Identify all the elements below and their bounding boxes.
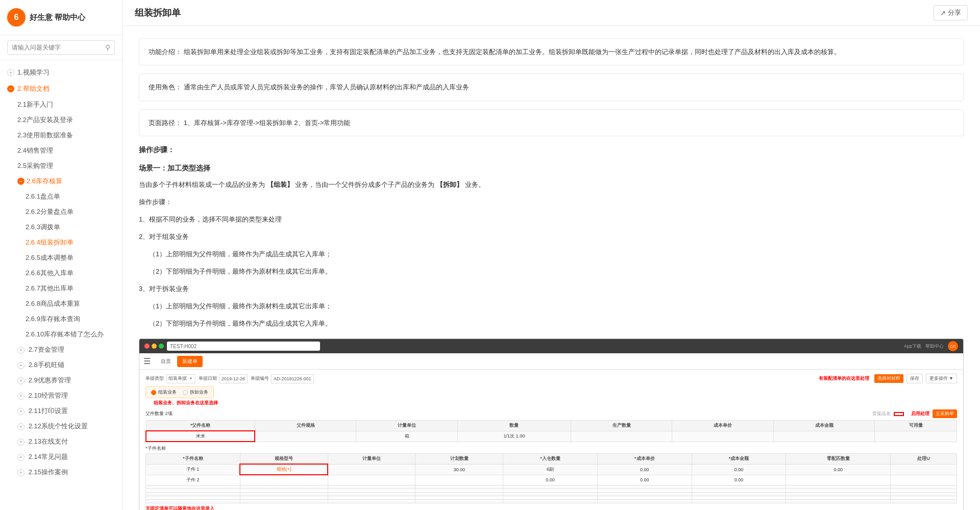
step2-1: （1）上部明细为父件明细，最终作为产成品生成其它入库单； bbox=[139, 248, 964, 261]
ss-confirm-btn[interactable]: 立采购单 bbox=[933, 409, 957, 418]
sidebar-item-install[interactable]: 2.2产品安装及登录 bbox=[0, 112, 122, 128]
ss-annotation-4: 无固定清单可以随意地在这里录入 bbox=[145, 505, 214, 510]
ss-field-type: 单据类型 组装单据 ▼ bbox=[145, 374, 195, 383]
ss-parent-label: 父件数量 2项 bbox=[145, 410, 173, 417]
ss-appstore-link: App下载 bbox=[904, 343, 921, 350]
logo-icon: 6 bbox=[7, 8, 26, 27]
sidebar-item-docs[interactable]: − 2.帮助文档 bbox=[0, 81, 122, 97]
sidebar-item-customize[interactable]: + 2.12系统个性化设置 bbox=[0, 419, 122, 434]
app-title: 好生意 帮助中心 bbox=[30, 13, 85, 22]
sidebar-item-inventory[interactable]: − 2.6库存核算 bbox=[0, 174, 122, 189]
ss-right-actions: 有装配清单的在这里处理 选择对材料 保存 更多操作 ▼ bbox=[819, 374, 957, 383]
step3-2: （2）下部明细为子件明细，最终作为产成品生成其它入库单。 bbox=[139, 317, 964, 330]
chevron-down-icon: ▼ bbox=[189, 376, 193, 381]
sidebar-item-cases[interactable]: + 2.15操作案例 bbox=[0, 465, 122, 480]
faq-expand-icon: + bbox=[17, 454, 24, 461]
page-title: 组装拆卸单 bbox=[135, 7, 181, 19]
sidebar-item-finance[interactable]: + 2.7资金管理 bbox=[0, 342, 122, 357]
sidebar-item-video[interactable]: + 1.视频学习 bbox=[0, 64, 122, 81]
sidebar-item-print[interactable]: + 2.11打印设置 bbox=[0, 403, 122, 419]
online-pay-expand-icon: + bbox=[17, 439, 24, 446]
nav-list: + 1.视频学习 − 2.帮助文档 2.1新手入门 2.2产品安装及登录 2.3… bbox=[0, 60, 122, 510]
intro-block: 功能介绍： 组装拆卸单用来处理企业组装或拆卸等加工业务，支持有固定装配清单的产品… bbox=[139, 38, 964, 65]
radio-assemble bbox=[151, 390, 156, 395]
sidebar-item-inv-2610[interactable]: 2.6.10库存账本错了怎么办 bbox=[0, 327, 122, 342]
role-label: 使用角色： bbox=[149, 83, 182, 91]
sidebar-item-purchase[interactable]: 2.5采购管理 bbox=[0, 158, 122, 174]
ss-annotation-2: 组装业务、拆卸业务在这里选择 bbox=[154, 400, 218, 405]
sidebar-item-inv-265[interactable]: 2.6.5成本调整单 bbox=[0, 250, 122, 265]
sidebar-item-inv-262[interactable]: 2.6.2分量盘点单 bbox=[0, 204, 122, 220]
ss-annotation-1: 有装配清单的在这里处理 bbox=[819, 375, 869, 382]
sidebar-item-data-prep[interactable]: 2.3使用前数据准备 bbox=[0, 128, 122, 143]
ss-sidebar-toggle[interactable]: ☰ bbox=[143, 356, 151, 366]
ops-expand-icon: + bbox=[17, 393, 24, 400]
share-button[interactable]: ↗ 分享 bbox=[934, 5, 968, 20]
ss-field-date: 单据日期 2019-12-26 bbox=[199, 374, 248, 383]
intro-text: 组装拆卸单用来处理企业组装或拆卸等加工业务，支持有固定装配清单的产品加工业务，也… bbox=[184, 48, 841, 56]
ss-bottom-label-row: *子件名称 bbox=[145, 445, 957, 452]
sidebar-item-online-pay[interactable]: + 2.13在线支付 bbox=[0, 434, 122, 449]
table-row bbox=[146, 499, 957, 503]
radio-disassemble bbox=[183, 390, 188, 395]
content-area: 功能介绍： 组装拆卸单用来处理企业组装或拆卸等加工业务，支持有固定装配清单的产品… bbox=[122, 26, 980, 510]
sidebar-item-faq[interactable]: + 2.14常见问题 bbox=[0, 449, 122, 465]
ss-date-input: 2019-12-26 bbox=[219, 374, 248, 383]
sidebar-item-coupon[interactable]: + 2.9优惠券管理 bbox=[0, 373, 122, 388]
sidebar-item-newcomer[interactable]: 2.1新手入门 bbox=[0, 97, 122, 112]
finance-expand-icon: + bbox=[17, 347, 24, 354]
ss-save-btn[interactable]: 保存 bbox=[906, 374, 923, 383]
sidebar-item-mobile[interactable]: + 2.8手机旺铺 bbox=[0, 357, 122, 373]
ss-top-table-header: *父件名称 父件规格 计量单位 数量 生产数量 成本单价 成本金额 可用量 bbox=[146, 421, 957, 431]
sidebar-item-inv-264[interactable]: 2.6.4组装拆卸单 bbox=[0, 235, 122, 250]
ss-bottom-table: *子件名称 规格型号 计量单位 计划数量 *入仓数量 *成本单价 *成本金额 零… bbox=[145, 453, 957, 503]
expand-icon: + bbox=[7, 69, 14, 76]
ss-enable-area: 父件数量 2项 货架品名 启用处理 立采购单 *父件名称 父件规格 bbox=[145, 409, 957, 510]
search-box[interactable]: ⚲ bbox=[7, 40, 115, 55]
steps-heading: 操作步骤： bbox=[139, 145, 964, 155]
ss-annotation-3: 启用处理 bbox=[911, 410, 929, 417]
step3: 3、对于拆装业务 bbox=[139, 282, 964, 296]
sidebar-item-sales[interactable]: 2.4销售管理 bbox=[0, 143, 122, 158]
ss-left-nav: ☰ bbox=[143, 356, 151, 366]
search-area: ⚲ bbox=[0, 35, 122, 60]
ss-tab-new[interactable]: 新建单 bbox=[177, 356, 203, 367]
ss-help-link: 帮助中心 bbox=[925, 343, 944, 350]
sidebar-item-ops[interactable]: + 2.10经营管理 bbox=[0, 388, 122, 403]
ss-more-btn[interactable]: 更多操作 ▼ bbox=[926, 374, 957, 383]
ss-nav-row: ☰ 自页 新建单 bbox=[139, 353, 963, 370]
search-input[interactable] bbox=[12, 44, 105, 51]
top-bar: 组装拆卸单 ↗ 分享 bbox=[122, 0, 980, 26]
sidebar-item-inv-269[interactable]: 2.6.9库存账本查询 bbox=[0, 311, 122, 327]
path-text: 1、库存核算->库存管理->组装拆卸单 2、首页->常用功能 bbox=[184, 119, 351, 127]
ss-type-select[interactable]: 组装单据 ▼ bbox=[166, 374, 195, 383]
address-bar: TEST-H002 bbox=[167, 342, 320, 351]
ss-top-table-actions: 货架品名 启用处理 立采购单 bbox=[872, 409, 957, 418]
sidebar-item-inv-266[interactable]: 2.6.6其他入库单 bbox=[0, 265, 122, 281]
main-content: 组装拆卸单 ↗ 分享 功能介绍： 组装拆卸单用来处理企业组装或拆卸等加工业务，支… bbox=[122, 0, 980, 510]
ss-type-radio-group: 组装业务 拆卸业务 bbox=[145, 386, 214, 398]
table-row: 米米 箱 1/1次 1.00 bbox=[146, 431, 957, 442]
scene1-desc: 当由多个子件材料组装成一个成品的业务为 【组装】 业务，当由一个父件拆分成多个子… bbox=[139, 178, 964, 191]
ss-select-materials-btn[interactable]: 选择对材料 bbox=[874, 374, 903, 383]
ss-enable-input[interactable] bbox=[894, 412, 904, 416]
ss-bottom-table-header: *子件名称 规格型号 计量单位 计划数量 *入仓数量 *成本单价 *成本金额 零… bbox=[146, 454, 957, 465]
sidebar-item-inv-268[interactable]: 2.6.8商品成本重算 bbox=[0, 296, 122, 311]
window-controls bbox=[144, 344, 164, 349]
step2: 2、对于组装业务 bbox=[139, 230, 964, 244]
share-icon: ↗ bbox=[940, 9, 946, 17]
ss-type-option-assemble[interactable]: 组装业务 bbox=[151, 389, 177, 396]
sidebar-item-inv-263[interactable]: 2.6.3调拨单 bbox=[0, 220, 122, 235]
table-row: 子件 1 规格(+) 30.00 6副 0.00 0.00 0.00 bbox=[146, 464, 957, 475]
table-row bbox=[146, 485, 957, 489]
ss-top-table: *父件名称 父件规格 计量单位 数量 生产数量 成本单价 成本金额 可用量 bbox=[145, 420, 957, 442]
sidebar-item-inv-261[interactable]: 2.6.1盘点单 bbox=[0, 189, 122, 204]
ss-child-label: *子件名称 bbox=[145, 445, 166, 452]
path-label: 页面路径： bbox=[149, 119, 182, 127]
sidebar-item-inv-267[interactable]: 2.6.7其他出库单 bbox=[0, 281, 122, 296]
close-dot bbox=[144, 344, 150, 349]
ss-tab-home[interactable]: 自页 bbox=[156, 356, 176, 367]
step2-2: （2）下部明细为子件明细，最终作为原材料生成其它出库单。 bbox=[139, 265, 964, 278]
ss-type-option-disassemble[interactable]: 拆卸业务 bbox=[183, 389, 208, 396]
steps-sub-label: 操作步骤： bbox=[139, 196, 964, 209]
